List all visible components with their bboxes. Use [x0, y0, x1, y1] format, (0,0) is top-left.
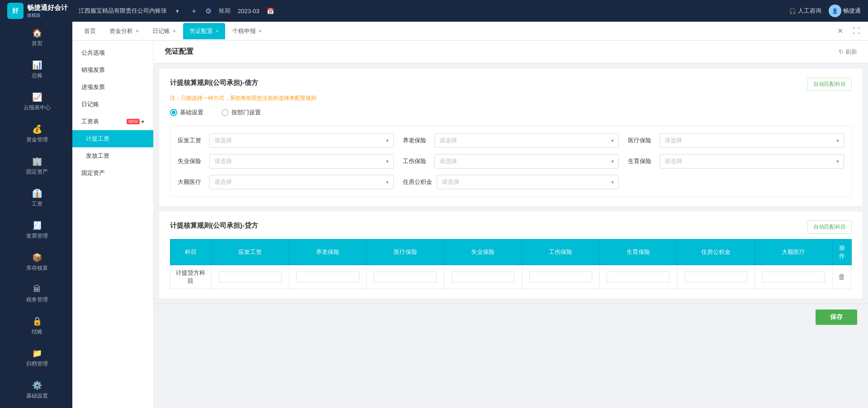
- sidebar-item-invoice[interactable]: 🧾 发票管理: [0, 214, 72, 246]
- fund-icon: 💰: [32, 124, 42, 134]
- input-medical-credit[interactable]: [374, 272, 437, 282]
- label-housing-fund: 住房公积金: [403, 178, 432, 186]
- select-unemployment[interactable]: 请选择 ▾: [209, 154, 394, 169]
- settings-icon[interactable]: ⚙: [205, 7, 212, 15]
- debit-form-grid: 应发工资 请选择 ▾ 养老保险 请选择 ▾: [178, 133, 844, 189]
- sub-item-wage-sheet[interactable]: 工资表 NEW ▾: [72, 113, 153, 130]
- sidebar-item-settings[interactable]: ⚙️ 基础设置: [0, 374, 72, 406]
- main-layout: 🏠 首页 📊 总账 📈 云报表中心 💰 资金管理 🏢 固定资产 👔 工资 🧾 发…: [0, 22, 868, 408]
- sub-item-wage-pay[interactable]: 发放工资: [72, 147, 153, 164]
- tab-tax-close[interactable]: ×: [259, 28, 262, 34]
- input-housing-credit[interactable]: [684, 272, 747, 282]
- input-major-medical-credit[interactable]: [762, 272, 825, 282]
- topbar: 好 畅捷通好会计 旗舰版 江西服宝精品有限责任公司内账张 ▾ ＋ ⚙ 账期 20…: [0, 0, 868, 22]
- sidebar-item-cloud[interactable]: 📈 云报表中心: [0, 86, 72, 118]
- invoice-icon: 🧾: [32, 220, 42, 230]
- radio-dept[interactable]: 按部门设置: [222, 108, 261, 117]
- topbar-right: 🎧 人工咨询 👤 畅捷通: [789, 5, 861, 17]
- tab-journal[interactable]: 日记账 ×: [146, 23, 182, 39]
- sidebar-label-fund: 资金管理: [26, 136, 48, 144]
- select-work-injury-placeholder: 请选择: [439, 157, 457, 165]
- sidebar-label-settings: 基础设置: [26, 392, 48, 400]
- tab-fund-label: 资金分析: [109, 27, 133, 35]
- radio-dept-label: 按部门设置: [231, 108, 261, 117]
- new-badge: NEW: [127, 119, 140, 124]
- input-salary-credit[interactable]: [219, 272, 282, 282]
- tab-fund-close[interactable]: ×: [136, 28, 139, 34]
- radio-basic-inner: [172, 111, 175, 114]
- sidebar-item-fund[interactable]: 💰 资金管理: [0, 118, 72, 150]
- close-icon: 🔒: [32, 316, 42, 326]
- debit-auto-match-button[interactable]: 自动匹配科目: [807, 78, 852, 91]
- select-major-medical[interactable]: 请选择 ▾: [209, 175, 394, 189]
- input-work-injury-credit[interactable]: [529, 272, 592, 282]
- th-operation: 操作: [832, 239, 851, 265]
- inventory-icon: 📦: [32, 253, 42, 263]
- table-row: 计提贷方科目 🗑: [170, 265, 852, 289]
- sub-item-public[interactable]: 公共选项: [72, 44, 153, 61]
- label-medical: 医疗保险: [628, 136, 655, 145]
- delete-row-button[interactable]: 🗑: [838, 273, 845, 281]
- sidebar-item-guide[interactable]: 📖 新手引导: [0, 406, 72, 408]
- radio-basic[interactable]: 基础设置: [170, 108, 203, 117]
- cell-subject-label: 计提贷方科目: [170, 265, 212, 289]
- save-button[interactable]: 保存: [816, 310, 857, 325]
- field-pension: 养老保险 请选择 ▾: [403, 133, 619, 148]
- maximize-window-button[interactable]: ⛶: [850, 25, 863, 38]
- calendar-icon[interactable]: 📅: [267, 8, 274, 14]
- support-button[interactable]: 🎧 人工咨询: [789, 7, 821, 15]
- sidebar-item-ledger[interactable]: 📊 总账: [0, 54, 72, 86]
- close-window-button[interactable]: ✕: [834, 25, 846, 38]
- sub-item-journal[interactable]: 日记账: [72, 96, 153, 113]
- sub-item-sales[interactable]: 销项发票: [72, 61, 153, 79]
- cell-unemployment-val: [444, 265, 522, 289]
- cell-salary-val: [211, 265, 289, 289]
- sub-item-purchase[interactable]: 进项发票: [72, 79, 153, 96]
- tax-icon: 🏛: [33, 285, 41, 294]
- select-work-injury[interactable]: 请选择 ▾: [434, 154, 619, 169]
- select-major-medical-placeholder: 请选择: [214, 178, 232, 186]
- headset-icon: 🎧: [789, 8, 796, 14]
- select-medical[interactable]: 请选择 ▾: [660, 133, 844, 148]
- tab-journal-close[interactable]: ×: [173, 28, 176, 34]
- radio-dept-circle: [222, 109, 229, 116]
- user-menu[interactable]: 👤 畅捷通: [829, 5, 861, 17]
- input-maternity-credit[interactable]: [607, 272, 670, 282]
- input-pension-credit[interactable]: [296, 272, 359, 282]
- refresh-button[interactable]: ↻ 刷新: [839, 48, 857, 56]
- select-unemployment-placeholder: 请选择: [214, 157, 232, 165]
- debit-note: 注：只能选择一种方式，系统将按照您当前的选择来配置规则: [170, 94, 852, 102]
- company-name: 江西服宝精品有限责任公司内账张: [79, 7, 167, 15]
- credit-auto-match-button[interactable]: 自动匹配科目: [807, 220, 852, 234]
- select-maternity[interactable]: 请选择 ▾: [660, 154, 844, 169]
- debit-radio-group: 基础设置 按部门设置: [170, 108, 852, 117]
- add-button[interactable]: ＋: [190, 5, 198, 16]
- select-housing-fund[interactable]: 请选择 ▾: [437, 175, 619, 189]
- tab-voucher-close[interactable]: ×: [216, 28, 219, 34]
- label-unemployment: 失业保险: [178, 157, 205, 165]
- company-dropdown-icon[interactable]: ▾: [176, 8, 179, 14]
- sidebar-item-tax[interactable]: 🏛 税务管理: [0, 278, 72, 310]
- select-salary-payable[interactable]: 请选择 ▾: [209, 133, 394, 148]
- home-icon: 🏠: [32, 28, 42, 38]
- th-work-injury: 工伤保险: [522, 239, 599, 265]
- sub-item-fixed-asset[interactable]: 固定资产: [72, 164, 153, 182]
- radio-basic-circle: [170, 109, 177, 116]
- sidebar-item-home[interactable]: 🏠 首页: [0, 22, 72, 54]
- sidebar-item-archive[interactable]: 📁 归档管理: [0, 342, 72, 374]
- asset-icon: 🏢: [32, 156, 42, 166]
- sidebar-item-salary[interactable]: 👔 工资: [0, 182, 72, 214]
- credit-section-header: 计提核算规则(公司承担)-贷方 自动匹配科目: [170, 220, 852, 234]
- input-unemployment-credit[interactable]: [452, 272, 514, 282]
- tab-tax[interactable]: 个税申报 ×: [226, 23, 268, 39]
- sidebar-item-close[interactable]: 🔒 结账: [0, 310, 72, 342]
- logo-subtitle: 旗舰版: [27, 12, 68, 19]
- radio-basic-label: 基础设置: [180, 108, 203, 117]
- tab-voucher[interactable]: 凭证配置 ×: [183, 23, 225, 39]
- sidebar-item-inventory[interactable]: 📦 库存核算: [0, 246, 72, 278]
- tab-fund[interactable]: 资金分析 ×: [103, 23, 145, 39]
- tab-home[interactable]: 首页: [78, 23, 102, 39]
- select-pension[interactable]: 请选择 ▾: [434, 133, 619, 148]
- sub-item-wage-calc[interactable]: 计提工资: [72, 130, 153, 147]
- sidebar-item-asset[interactable]: 🏢 固定资产: [0, 150, 72, 182]
